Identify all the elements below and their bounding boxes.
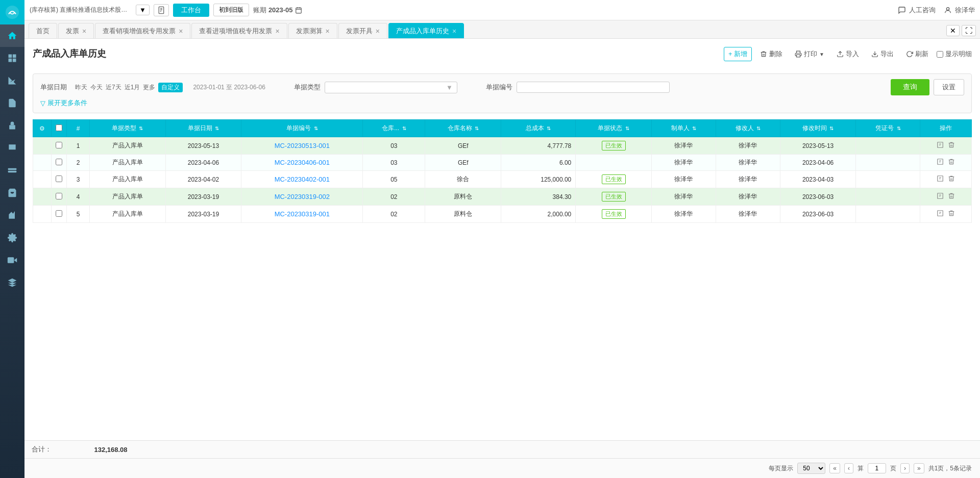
col-voucher[interactable]: 凭证号 ⇅ bbox=[856, 120, 920, 137]
tab-close-all[interactable]: ✕ bbox=[946, 25, 960, 36]
expand-more[interactable]: ▽ 展开更多条件 bbox=[40, 98, 964, 108]
date-today[interactable]: 今天 bbox=[90, 83, 103, 92]
tab-check-sale-close[interactable]: × bbox=[179, 28, 183, 35]
import-button[interactable]: 导入 bbox=[832, 47, 863, 61]
workbench-button[interactable]: 工作台 bbox=[173, 4, 209, 17]
tab-calc[interactable]: 发票测算 × bbox=[288, 23, 337, 38]
row-select-checkbox[interactable] bbox=[56, 159, 62, 165]
row-select-checkbox[interactable] bbox=[56, 142, 62, 148]
table-header-row: ⚙ # 单据类型 ⇅ 单据日期 ⇅ 单据编号 ⇅ 仓库... ⇅ 仓库名称 ⇅ … bbox=[33, 120, 972, 137]
row-number: MC-20230319-001 bbox=[241, 206, 363, 223]
sidebar-item-version[interactable] bbox=[0, 271, 24, 294]
tab-maximize[interactable]: ⛶ bbox=[962, 25, 976, 36]
row-edit-icon[interactable] bbox=[937, 210, 944, 218]
number-input[interactable] bbox=[517, 82, 670, 93]
row-no: 1 bbox=[67, 137, 90, 155]
tab-product-in[interactable]: 产成品入库单历史 × bbox=[388, 23, 464, 38]
row-delete-icon[interactable] bbox=[948, 210, 955, 218]
tab-invoice-close[interactable]: × bbox=[82, 28, 86, 35]
row-delete-icon[interactable] bbox=[948, 141, 955, 150]
type-select[interactable]: ▼ bbox=[325, 82, 457, 93]
total-pages-info: 共1页，5条记录 bbox=[928, 464, 972, 473]
sidebar-item-home[interactable] bbox=[0, 24, 24, 47]
assist-btn[interactable]: 人工咨询 bbox=[898, 6, 936, 15]
new-button[interactable]: + 新增 bbox=[724, 47, 752, 61]
print-button[interactable]: 打印 ▼ bbox=[791, 47, 828, 61]
date-custom[interactable]: 自定义 bbox=[158, 83, 183, 92]
date-yesterday[interactable]: 昨天 bbox=[75, 83, 87, 92]
row-select-checkbox[interactable] bbox=[56, 193, 62, 199]
sidebar-item-cart[interactable] bbox=[0, 182, 24, 204]
page-number-input[interactable] bbox=[868, 463, 886, 473]
col-total-cost[interactable]: 总成本 ⇅ bbox=[501, 120, 576, 137]
col-checkbox bbox=[52, 120, 67, 137]
next-page-btn[interactable]: › bbox=[900, 463, 910, 473]
prev-page-btn[interactable]: ‹ bbox=[844, 463, 853, 473]
last-page-btn[interactable]: » bbox=[914, 463, 924, 473]
sidebar-item-inbox[interactable] bbox=[0, 137, 24, 159]
tab-home[interactable]: 首页 bbox=[29, 23, 57, 38]
col-creator[interactable]: 制单人 ⇅ bbox=[651, 120, 716, 137]
row-select-checkbox[interactable] bbox=[56, 175, 62, 182]
col-type[interactable]: 单据类型 ⇅ bbox=[89, 120, 165, 137]
row-select-checkbox[interactable] bbox=[56, 210, 62, 217]
delete-button[interactable]: 删除 bbox=[756, 47, 787, 61]
sidebar-item-grid[interactable] bbox=[0, 47, 24, 69]
row-delete-icon[interactable] bbox=[948, 158, 955, 167]
tab-check-sale[interactable]: 查看销项增值税专用发票 × bbox=[95, 23, 190, 38]
row-edit-icon[interactable] bbox=[937, 158, 944, 167]
sidebar-item-manufacture[interactable] bbox=[0, 204, 24, 227]
doc-icon-btn[interactable] bbox=[154, 4, 169, 16]
row-delete-icon[interactable] bbox=[948, 175, 955, 184]
refresh-button[interactable]: 刷新 bbox=[902, 47, 933, 61]
col-modifier[interactable]: 修改人 ⇅ bbox=[716, 120, 780, 137]
col-date[interactable]: 单据日期 ⇅ bbox=[165, 120, 241, 137]
col-status[interactable]: 单据状态 ⇅ bbox=[576, 120, 652, 137]
sidebar-item-document[interactable] bbox=[0, 92, 24, 114]
tab-invoice[interactable]: 发票 × bbox=[58, 23, 94, 38]
history-button[interactable]: 初到旧版 bbox=[213, 4, 249, 16]
reset-button[interactable]: 设置 bbox=[934, 79, 964, 95]
search-button[interactable]: 查询 bbox=[891, 79, 929, 95]
col-settings[interactable]: ⚙ bbox=[33, 120, 52, 137]
sidebar-item-video[interactable] bbox=[0, 249, 24, 271]
tab-open[interactable]: 发票开具 × bbox=[338, 23, 387, 38]
sidebar-item-chart[interactable] bbox=[0, 69, 24, 92]
row-delete-icon[interactable] bbox=[948, 192, 955, 201]
company-dropdown[interactable]: ▼ bbox=[136, 5, 150, 15]
export-button[interactable]: 导出 bbox=[867, 47, 898, 61]
row-type: 产品入库单 bbox=[89, 155, 165, 171]
row-number-link[interactable]: MC-20230406-001 bbox=[275, 159, 330, 166]
date-7days[interactable]: 近7天 bbox=[106, 83, 121, 92]
date-more[interactable]: 更多 bbox=[143, 83, 155, 92]
col-warehouse-name[interactable]: 仓库名称 ⇅ bbox=[425, 120, 501, 137]
row-edit-icon[interactable] bbox=[937, 175, 944, 184]
show-detail-checkbox[interactable] bbox=[937, 51, 943, 58]
sidebar-item-storage[interactable] bbox=[0, 159, 24, 182]
tab-calc-close[interactable]: × bbox=[326, 28, 330, 35]
row-number-link[interactable]: MC-20230319-002 bbox=[275, 193, 330, 200]
row-number-link[interactable]: MC-20230402-001 bbox=[275, 175, 330, 183]
row-modifier: 徐泽华 bbox=[716, 206, 780, 223]
tab-open-close[interactable]: × bbox=[376, 28, 380, 35]
row-edit-icon[interactable] bbox=[937, 192, 944, 201]
table-row: 2 产品入库单 2023-04-06 MC-20230406-001 03 GE… bbox=[33, 155, 972, 171]
status-badge: 已生效 bbox=[602, 209, 626, 219]
tab-product-in-close[interactable]: × bbox=[452, 28, 456, 35]
row-edit-icon[interactable] bbox=[937, 141, 944, 150]
select-all-checkbox[interactable] bbox=[56, 124, 62, 131]
col-warehouse-code[interactable]: 仓库... ⇅ bbox=[363, 120, 425, 137]
date-1month[interactable]: 近1月 bbox=[125, 83, 140, 92]
first-page-btn[interactable]: « bbox=[829, 463, 840, 473]
tab-check-purchase[interactable]: 查看进项增值税专用发票 × bbox=[191, 23, 287, 38]
sidebar-item-lock[interactable] bbox=[0, 114, 24, 137]
per-page-select[interactable]: 50 100 200 bbox=[797, 463, 825, 474]
sidebar-item-settings[interactable] bbox=[0, 227, 24, 249]
col-number[interactable]: 单据编号 ⇅ bbox=[241, 120, 363, 137]
user-menu[interactable]: 徐泽华 bbox=[944, 6, 975, 15]
tab-check-purchase-close[interactable]: × bbox=[275, 28, 279, 35]
row-warehouse-name: GEf bbox=[425, 155, 501, 171]
row-number-link[interactable]: MC-20230319-001 bbox=[275, 210, 330, 218]
col-modify-time[interactable]: 修改时间 ⇅ bbox=[780, 120, 856, 137]
row-number-link[interactable]: MC-20230513-001 bbox=[275, 142, 330, 149]
